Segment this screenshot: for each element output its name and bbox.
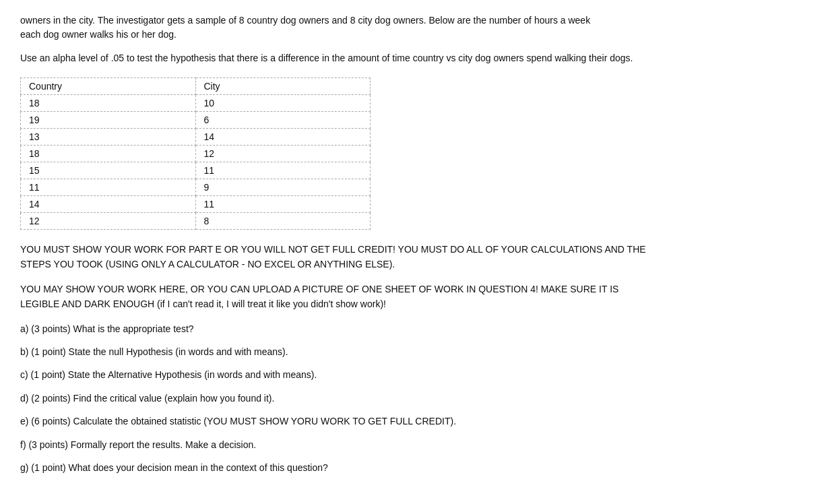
question-b: b) (1 point) State the null Hypothesis (… [20,344,812,359]
city-cell: 8 [195,213,371,230]
table-row: 128 [21,213,371,230]
table-row: 1812 [21,146,371,162]
question-g: g) (1 point) What does your decision mea… [20,460,812,475]
question-f: f) (3 points) Formally report the result… [20,437,812,452]
intro-paragraph: owners in the city. The investigator get… [20,13,812,65]
table-row: 196 [21,112,371,129]
intro-line2: each dog owner walks his or her dog. [20,29,177,40]
country-cell: 18 [21,95,196,112]
table-row: 1511 [21,162,371,179]
warning-line1: YOU MUST SHOW YOUR WORK FOR PART E OR YO… [20,244,646,255]
table-row: 119 [21,179,371,196]
country-cell: 14 [21,196,196,213]
question-e: e) (6 points) Calculate the obtained sta… [20,414,812,429]
question-a: a) (3 points) What is the appropriate te… [20,321,812,336]
city-cell: 11 [195,162,371,179]
warning-line2: STEPS YOU TOOK (USING ONLY A CALCULATOR … [20,259,395,270]
country-cell: 15 [21,162,196,179]
country-cell: 18 [21,146,196,162]
question-d: d) (2 points) Find the critical value (e… [20,391,812,406]
notice-block: YOU MAY SHOW YOUR WORK HERE, OR YOU CAN … [20,282,812,312]
warning-block: YOU MUST SHOW YOUR WORK FOR PART E OR YO… [20,242,812,272]
notice-line2: LEGIBLE AND DARK ENOUGH (if I can't read… [20,298,386,309]
city-cell: 11 [195,196,371,213]
table-row: 1314 [21,129,371,146]
data-table: Country City 181019613141812151111914111… [20,77,371,230]
city-cell: 14 [195,129,371,146]
table-row: 1411 [21,196,371,213]
country-cell: 13 [21,129,196,146]
hypothesis-text: Use an alpha level of .05 to test the hy… [20,53,633,63]
city-cell: 6 [195,112,371,129]
intro-line1: owners in the city. The investigator get… [20,15,590,26]
city-cell: 12 [195,146,371,162]
questions-section: a) (3 points) What is the appropriate te… [20,321,812,476]
notice-line1: YOU MAY SHOW YOUR WORK HERE, OR YOU CAN … [20,284,618,294]
country-cell: 11 [21,179,196,196]
city-cell: 9 [195,179,371,196]
country-cell: 12 [21,213,196,230]
country-cell: 19 [21,112,196,129]
city-cell: 10 [195,95,371,112]
question-c: c) (1 point) State the Alternative Hypot… [20,367,812,382]
column-header-country: Country [21,78,196,95]
table-row: 1810 [21,95,371,112]
column-header-city: City [195,78,371,95]
